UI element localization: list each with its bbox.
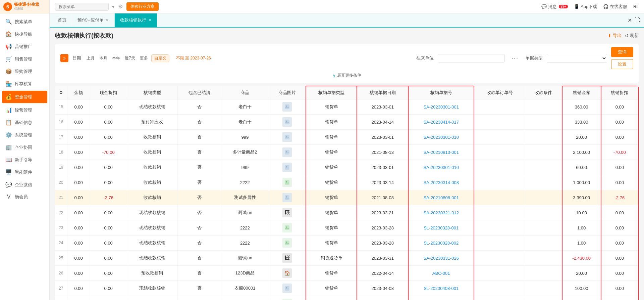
notification-btn[interactable]: 💬 消息 99+ (541, 4, 568, 10)
cell-verify-doc-type: 销货退货单 (306, 251, 357, 266)
doc-no-link[interactable]: SA-20230414-017 (423, 120, 459, 125)
sidebar-item-hardware[interactable]: 🖥️ 智能硬件 (0, 166, 49, 178)
cell-verify-doc-no[interactable]: SA-20210813-001 (408, 145, 474, 160)
col-cash-discount: 现金折扣 (90, 86, 127, 99)
sidebar-item-inventory[interactable]: 🏪 库存核算 (0, 78, 49, 90)
sidebar-item-finance[interactable]: 💰 资金管理 (2, 91, 47, 103)
doc-no-link[interactable]: ABC-001 (432, 271, 450, 276)
cell-verify-type: 现结收款核销 (127, 235, 177, 251)
sidebar-item-system[interactable]: ⚙️ 系统管理 (0, 129, 49, 141)
sidebar-item-search[interactable]: 🔍 搜索菜单 (0, 15, 49, 28)
doc-no-link[interactable]: SA-20230331-026 (423, 256, 459, 261)
cell-receipt-condition (525, 145, 562, 160)
doc-no-link[interactable]: SA-20230301-001 (423, 104, 459, 110)
sidebar-item-management[interactable]: 📊 经营管理 (0, 104, 49, 116)
cell-cash-discount: 0.00 (90, 251, 127, 266)
doc-no-link[interactable]: SL-20230408-001 (424, 286, 459, 291)
sidebar-item-basic[interactable]: 📋 基础信息 (0, 116, 49, 129)
doc-no-link[interactable]: SA-20210808-001 (423, 195, 459, 200)
sidebar-item-sales[interactable]: 🛒 销售管理 (0, 53, 49, 65)
export-btn[interactable]: ⬆ 导出 (608, 33, 622, 39)
date-opt-more[interactable]: 更多 (139, 55, 149, 62)
setting-btn[interactable]: 设置 (611, 59, 633, 69)
cell-cash-discount: 0.00 (90, 115, 127, 130)
sidebar-item-purchase[interactable]: 📦 采购管理 (0, 65, 49, 78)
col-settings[interactable]: ⚙ (55, 86, 67, 99)
cell-verify-type: 收款核销 (127, 175, 177, 190)
cell-verify-type: 收款核销 (127, 160, 177, 175)
industry-btn[interactable]: 体验行业方案 (126, 2, 159, 11)
col-verify-doc-type: 核销单据类型 (306, 86, 357, 99)
cell-verify-type: 现结收款核销 (127, 296, 177, 300)
doc-no-link[interactable]: SA-20230301-010 (423, 135, 459, 140)
cell-verify-doc-no[interactable]: SA-20230331-026 (408, 251, 474, 266)
cell-verify-doc-no[interactable]: SA-20230301-010 (408, 160, 474, 175)
cell-verify-doc-no[interactable]: ABC-001 (408, 266, 474, 281)
voucher-type-select[interactable] (547, 54, 607, 63)
cell-verify-amount: 20.00 (562, 266, 601, 281)
cell-verify-doc-no[interactable]: SL-20230418-001 (408, 296, 474, 300)
online-service-btn[interactable]: 🎧 在线客服 (603, 4, 627, 10)
expand-more-btn[interactable]: ∨ 展开更多条件 (60, 71, 633, 80)
cell-verify-doc-no[interactable]: SA-20230301-001 (408, 99, 474, 115)
doc-no-link[interactable]: SL-20230328-002 (424, 241, 459, 246)
col-verify-doc-date: 核销单据日期 (357, 86, 408, 99)
cell-verify-amount: 20.00 (562, 130, 601, 145)
cell-verify-doc-no[interactable]: SA-20230314-008 (408, 175, 474, 190)
col-verify-doc-no: 核销单据号 (408, 86, 474, 99)
counterparty-input[interactable] (438, 54, 505, 62)
sidebar-item-member[interactable]: V 畅会员 (0, 191, 49, 203)
sidebar-item-marketing[interactable]: 📢 营销推广 (0, 40, 49, 53)
cell-verify-doc-no[interactable]: SL-20230328-001 (408, 220, 474, 235)
sidebar-item-enterprise[interactable]: 🏢 企业协同 (0, 141, 49, 154)
dropdown-arrow-icon[interactable]: ▾ (112, 4, 114, 9)
cell-include-settled: 否 (177, 205, 221, 220)
tab-prepay-close[interactable]: ✕ (106, 18, 109, 23)
search-input[interactable] (55, 3, 109, 11)
inventory-icon: 🏪 (5, 81, 12, 87)
doc-no-link[interactable]: SA-20230321-012 (423, 210, 459, 215)
tab-receipt-close[interactable]: ✕ (148, 18, 152, 23)
cell-verify-doc-no[interactable]: SL-20230328-002 (408, 235, 474, 251)
cell-product-img: 🖼 (269, 205, 306, 220)
cell-include-settled: 否 (177, 99, 221, 115)
date-opt-last-month[interactable]: 上月 (85, 55, 96, 62)
sidebar-item-quick[interactable]: 🏠 快捷导航 (0, 28, 49, 40)
date-opt-this-year[interactable]: 本年 (111, 55, 121, 62)
cell-product: 测试jun (221, 205, 269, 220)
cell-verify-discount: 0.00 (601, 281, 638, 296)
table-container[interactable]: ⚙ 余额 现金折扣 核销类型 包含已结清 商品 商品图片 核销单据类型 核销单据… (55, 86, 639, 300)
tab-expand-btn[interactable]: ⛶ (635, 17, 640, 23)
cell-cash-discount: 0.00 (90, 266, 127, 281)
cell-verify-doc-no[interactable]: SA-20230301-010 (408, 130, 474, 145)
cell-verify-doc-no[interactable]: SL-20230408-001 (408, 281, 474, 296)
tab-home[interactable]: 首页 (52, 13, 72, 27)
cell-balance: 0.00 (67, 205, 90, 220)
date-opt-this-month[interactable]: 本月 (98, 55, 109, 62)
tab-close-all-btn[interactable]: ✕ (628, 17, 632, 24)
date-custom[interactable]: 自定义 (151, 54, 169, 62)
cell-verify-doc-no[interactable]: SA-20230414-017 (408, 115, 474, 130)
tab-prepay[interactable]: 预付冲应付单 ✕ (72, 13, 115, 27)
doc-no-link[interactable]: SA-20210813-001 (423, 150, 459, 155)
settings-topbar-icon[interactable]: ⚙ (118, 3, 123, 10)
filter-expand-btn[interactable]: » (60, 54, 68, 62)
doc-no-link[interactable]: SL-20230328-001 (424, 225, 459, 230)
date-opt-7days[interactable]: 近7天 (123, 55, 137, 62)
sidebar-item-guide[interactable]: 📖 新手引导 (0, 154, 49, 166)
cell-verify-doc-no[interactable]: SA-20210808-001 (408, 190, 474, 205)
doc-no-link[interactable]: SA-20230314-008 (423, 180, 459, 185)
cell-include-settled: 否 (177, 281, 221, 296)
brand-text: 畅捷通·好生意 标准版 (14, 2, 39, 11)
cell-product: 老白干 (221, 99, 269, 115)
doc-no-link[interactable]: SA-20230301-010 (423, 165, 459, 170)
cell-verify-doc-no[interactable]: SA-20230321-012 (408, 205, 474, 220)
refresh-btn[interactable]: ↺ 刷新 (625, 33, 639, 39)
tab-receipt[interactable]: 收款核销执行 ✕ (115, 13, 157, 27)
cell-product: 2222 (221, 220, 269, 235)
app-download-btn[interactable]: 📱 App下载 (574, 4, 597, 10)
user-name[interactable]: Rit (633, 4, 639, 9)
sidebar-item-wechat[interactable]: 💬 企业微信 (0, 178, 49, 191)
cell-cash-discount: 0.00 (90, 175, 127, 190)
query-btn[interactable]: 查询 (611, 47, 633, 57)
